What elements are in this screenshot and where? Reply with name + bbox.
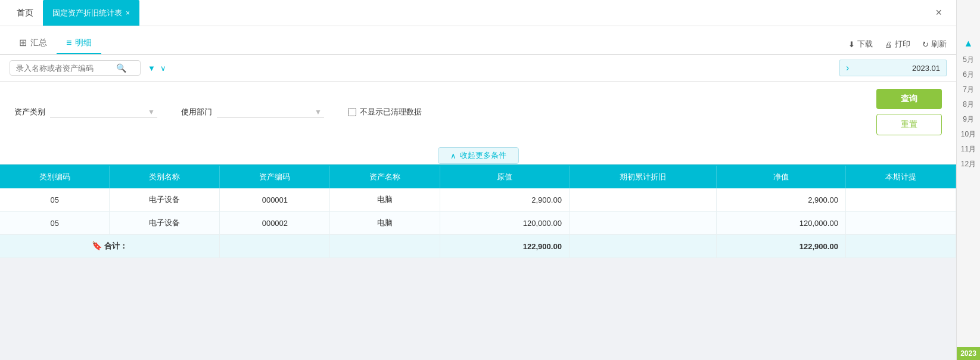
department-field: 使用部门 ▼ bbox=[181, 106, 324, 118]
refresh-button[interactable]: ↻ 刷新 bbox=[922, 39, 947, 49]
cell-current-depreciation bbox=[845, 188, 956, 212]
search-input-wrap: 🔍 bbox=[10, 60, 141, 76]
cell-asset-code: 000001 bbox=[220, 188, 330, 212]
date-prev-arrow[interactable]: › bbox=[846, 63, 849, 73]
data-table: 类别编码 类别名称 资产编码 资产名称 原值 期初累计折旧 净值 本期计提 05… bbox=[0, 166, 956, 258]
cell-net-value: 120,000.00 bbox=[717, 212, 845, 235]
query-button[interactable]: 查询 bbox=[876, 89, 942, 109]
col-asset-code: 资产编码 bbox=[220, 166, 330, 188]
col-accumulated-depreciation: 期初累计折旧 bbox=[569, 166, 717, 188]
total-current-depreciation bbox=[845, 235, 956, 258]
col-current-depreciation: 本期计提 bbox=[845, 166, 956, 188]
summary-icon: ⊞ bbox=[19, 37, 27, 48]
date-display: 2023.01 bbox=[912, 64, 940, 73]
col-category-code: 类别编码 bbox=[0, 166, 110, 188]
advanced-filter-panel: 资产类别 ▼ 使用部门 ▼ 不显示已清理数据 查询 重置 bbox=[0, 82, 956, 165]
cell-asset-name: 电脑 bbox=[330, 212, 440, 235]
table-row: 05 电子设备 000001 电脑 2,900.00 2,900.00 bbox=[0, 188, 956, 212]
cell-category-name: 电子设备 bbox=[110, 188, 220, 212]
print-icon: 🖨 bbox=[885, 40, 892, 49]
asset-category-value bbox=[52, 107, 55, 116]
detail-icon: ≡ bbox=[66, 38, 71, 48]
active-tab[interactable]: 固定资产折旧统计表 × bbox=[43, 0, 139, 26]
sidebar-month-item[interactable]: 12月 bbox=[961, 157, 976, 172]
reset-button[interactable]: 重置 bbox=[876, 114, 942, 135]
asset-category-arrow-icon: ▼ bbox=[148, 108, 155, 116]
col-original-value: 原值 bbox=[440, 166, 569, 188]
sidebar-month-item[interactable]: 9月 bbox=[961, 112, 976, 127]
search-input[interactable] bbox=[16, 64, 111, 73]
filter-icon: ▼ bbox=[148, 64, 155, 73]
more-filter-button[interactable]: ▼ ∨ bbox=[148, 64, 166, 73]
cell-original-value: 120,000.00 bbox=[440, 212, 569, 235]
cell-category-code: 05 bbox=[0, 188, 110, 212]
print-button[interactable]: 🖨 打印 bbox=[885, 39, 910, 49]
col-asset-name: 资产名称 bbox=[330, 166, 440, 188]
filter-actions: 查询 重置 bbox=[876, 89, 942, 135]
department-value bbox=[219, 107, 222, 116]
cell-original-value: 2,900.00 bbox=[440, 188, 569, 212]
asset-category-dropdown[interactable]: ▼ bbox=[50, 106, 157, 118]
detail-tab-label: 明细 bbox=[75, 38, 92, 48]
search-icon[interactable]: 🔍 bbox=[116, 63, 126, 73]
col-net-value: 净值 bbox=[717, 166, 845, 188]
total-icon: 🔖 bbox=[92, 241, 102, 250]
sidebar-scroll-up[interactable]: ▲ bbox=[962, 36, 976, 51]
tab-detail[interactable]: ≡ 明细 bbox=[57, 38, 101, 54]
close-window-button[interactable]: × bbox=[928, 7, 949, 19]
hide-cleared-checkbox[interactable] bbox=[348, 108, 356, 116]
table-header-row: 类别编码 类别名称 资产编码 资产名称 原值 期初累计折旧 净值 本期计提 bbox=[0, 166, 956, 188]
sidebar-month-item[interactable]: 10月 bbox=[961, 127, 976, 142]
right-sidebar: ▲ 5月6月7月8月9月10月11月12月 2023 bbox=[956, 0, 980, 360]
total-net-value: 122,900.00 bbox=[717, 235, 845, 258]
cell-accumulated-depreciation bbox=[569, 212, 717, 235]
date-navigator: › 2023.01 bbox=[839, 60, 947, 76]
department-label: 使用部门 bbox=[181, 107, 212, 117]
home-nav-item[interactable]: 首页 bbox=[7, 0, 43, 26]
cell-current-depreciation bbox=[845, 212, 956, 235]
collapse-icon: ∧ bbox=[450, 151, 456, 160]
cell-category-name: 电子设备 bbox=[110, 212, 220, 235]
close-tab-icon[interactable]: × bbox=[126, 9, 130, 17]
sidebar-month-item[interactable]: 7月 bbox=[961, 82, 976, 97]
total-accumulated-depreciation bbox=[569, 235, 717, 258]
tab-label: 固定资产折旧统计表 bbox=[52, 8, 122, 18]
hide-cleared-field: 不显示已清理数据 bbox=[348, 107, 422, 117]
cell-accumulated-depreciation bbox=[569, 188, 717, 212]
refresh-icon: ↻ bbox=[922, 40, 929, 49]
summary-tab-label: 汇总 bbox=[30, 38, 47, 48]
collapse-conditions-button[interactable]: ∧ 收起更多条件 bbox=[438, 147, 519, 164]
asset-category-field: 资产类别 ▼ bbox=[14, 106, 157, 118]
table-total-row: 🔖合计： 122,900.00 122,900.00 bbox=[0, 235, 956, 258]
table-row: 05 电子设备 000002 电脑 120,000.00 120,000.00 bbox=[0, 212, 956, 235]
col-category-name: 类别名称 bbox=[110, 166, 220, 188]
cell-asset-name: 电脑 bbox=[330, 188, 440, 212]
data-table-wrap: 类别编码 类别名称 资产编码 资产名称 原值 期初累计折旧 净值 本期计提 05… bbox=[0, 165, 956, 258]
cell-asset-code: 000002 bbox=[220, 212, 330, 235]
total-original-value: 122,900.00 bbox=[440, 235, 569, 258]
asset-category-label: 资产类别 bbox=[14, 107, 45, 117]
hide-cleared-label: 不显示已清理数据 bbox=[360, 107, 422, 117]
sidebar-month-item[interactable]: 5月 bbox=[961, 52, 976, 67]
sidebar-month-item[interactable]: 11月 bbox=[961, 142, 976, 157]
total-label: 🔖合计： bbox=[0, 235, 220, 258]
cell-net-value: 2,900.00 bbox=[717, 188, 845, 212]
tab-summary[interactable]: ⊞ 汇总 bbox=[10, 37, 57, 54]
download-button[interactable]: ⬇ 下载 bbox=[848, 39, 873, 49]
department-arrow-icon: ▼ bbox=[315, 108, 322, 116]
department-dropdown[interactable]: ▼ bbox=[217, 106, 324, 118]
download-icon: ⬇ bbox=[848, 40, 855, 49]
sidebar-year: 2023 bbox=[957, 347, 980, 360]
sidebar-month-item[interactable]: 6月 bbox=[961, 67, 976, 82]
sidebar-month-item[interactable]: 8月 bbox=[961, 97, 976, 112]
cell-category-code: 05 bbox=[0, 212, 110, 235]
chevron-down-icon: ∨ bbox=[160, 64, 166, 73]
